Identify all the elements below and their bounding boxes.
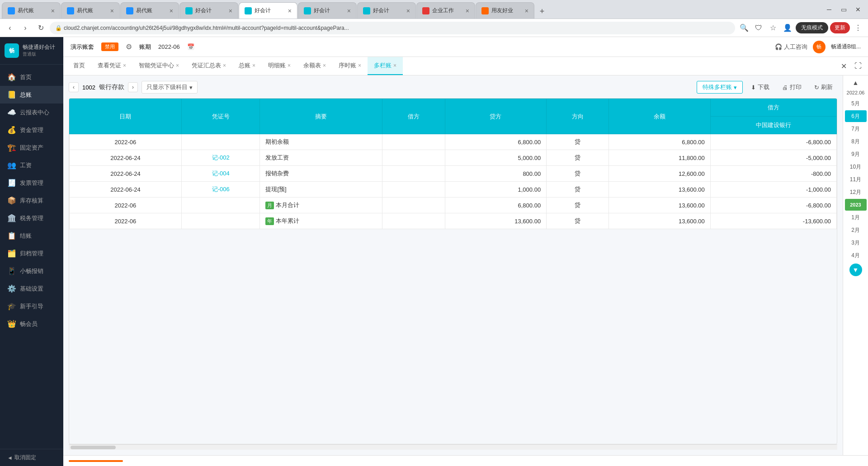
- sidebar-item-fixed-assets[interactable]: 🏗️ 固定资产: [0, 139, 63, 156]
- sidebar-item-closing[interactable]: 📋 结账: [0, 227, 63, 245]
- tab-smart-voucher-close[interactable]: ×: [176, 62, 179, 69]
- sidebar-item-payroll[interactable]: 👥 工资: [0, 156, 63, 174]
- sidebar-item-funds[interactable]: 💰 资金管理: [0, 121, 63, 139]
- profile-icon[interactable]: 👤: [781, 22, 794, 34]
- tab-close-2[interactable]: ×: [110, 7, 114, 14]
- refresh-button[interactable]: ↻ 刷新: [810, 81, 837, 93]
- tab-balance-sheet[interactable]: 余额表 ×: [297, 57, 332, 75]
- user-avatar[interactable]: 畅: [813, 41, 826, 53]
- tab-journal[interactable]: 序时账 ×: [332, 57, 368, 75]
- browser-tab-3[interactable]: 易代账 ×: [120, 2, 179, 19]
- tab-detailed-ledger-close[interactable]: ×: [288, 62, 291, 69]
- download-button[interactable]: ⬇ 下载: [746, 81, 774, 93]
- cal-month-jul[interactable]: 7月: [845, 123, 867, 135]
- tab-voucher-summary[interactable]: 凭证汇总表 ×: [185, 57, 232, 75]
- cal-month-mar[interactable]: 3月: [845, 237, 867, 249]
- browser-tab-7[interactable]: 好会计 ×: [357, 2, 416, 19]
- restore-button[interactable]: ▭: [837, 3, 850, 16]
- tab-close-6[interactable]: ×: [347, 7, 351, 14]
- cal-month-jan[interactable]: 1月: [845, 212, 867, 223]
- cell-voucher[interactable]: 记-004: [181, 166, 260, 182]
- minimize-button[interactable]: ─: [823, 3, 835, 16]
- tab-smart-voucher[interactable]: 智能凭证中心 ×: [132, 57, 185, 75]
- calendar-icon[interactable]: 📅: [187, 43, 194, 50]
- back-button[interactable]: ‹: [4, 22, 16, 34]
- scrollbar-thumb[interactable]: [71, 446, 116, 449]
- tab-general-ledger[interactable]: 总账 ×: [232, 57, 262, 75]
- sidebar-item-tax[interactable]: 🏛️ 税务管理: [0, 209, 63, 227]
- cal-month-dec[interactable]: 12月: [845, 186, 867, 198]
- settings-gear-icon[interactable]: ⚙: [126, 42, 132, 51]
- sidebar-item-member[interactable]: 👑 畅会员: [0, 315, 63, 333]
- tab-multi-column-close[interactable]: ×: [393, 62, 396, 69]
- forward-button[interactable]: ›: [19, 22, 32, 34]
- cal-month-aug[interactable]: 8月: [845, 136, 867, 147]
- tab-close-3[interactable]: ×: [170, 7, 173, 14]
- incognito-mode-button[interactable]: 无痕模式: [796, 22, 828, 33]
- browser-tab-1[interactable]: 易代账 ×: [2, 2, 61, 19]
- tab-close-1[interactable]: ×: [51, 7, 55, 14]
- new-tab-button[interactable]: +: [535, 4, 549, 19]
- browser-tab-5[interactable]: 好会计 ×: [239, 2, 297, 19]
- tab-detailed-ledger[interactable]: 明细账 ×: [262, 57, 297, 75]
- ai-consult-button[interactable]: 🎧 人工咨询: [775, 43, 807, 51]
- sidebar-item-inventory[interactable]: 📦 库存核算: [0, 192, 63, 209]
- filter-dropdown[interactable]: 只显示下级科目 ▾: [142, 81, 198, 94]
- search-browser-icon[interactable]: 🔍: [738, 22, 750, 34]
- cal-month-jun[interactable]: 6月: [845, 110, 867, 122]
- star-icon[interactable]: ☆: [767, 22, 779, 34]
- cal-month-sep[interactable]: 9月: [845, 148, 867, 160]
- sidebar-item-invoice[interactable]: 🧾 发票管理: [0, 174, 63, 192]
- calendar-scroll-up[interactable]: ▲: [849, 77, 863, 88]
- sidebar-item-ledger[interactable]: 📒 总账: [0, 86, 63, 104]
- browser-tab-8[interactable]: 企业工作 ×: [416, 2, 475, 19]
- tab-close-all-button[interactable]: ✕: [837, 60, 850, 72]
- tab-journal-close[interactable]: ×: [358, 62, 361, 69]
- tab-balance-sheet-close[interactable]: ×: [323, 62, 326, 69]
- update-button[interactable]: 更新: [830, 22, 850, 33]
- tab-close-5[interactable]: ×: [288, 7, 292, 14]
- home-icon: 🏠: [7, 73, 16, 81]
- browser-tab-4[interactable]: 好会计 ×: [179, 2, 238, 19]
- cell-voucher[interactable]: 记-002: [181, 150, 260, 166]
- tab-view-voucher[interactable]: 查看凭证 ×: [91, 57, 132, 75]
- sidebar-pin-toggle[interactable]: ◄ 取消固定: [0, 449, 63, 466]
- next-account-button[interactable]: ›: [128, 82, 138, 92]
- reload-button[interactable]: ↻: [34, 22, 47, 34]
- sidebar-item-expense[interactable]: 📱 小畅报销: [0, 262, 63, 280]
- calendar-scroll-down[interactable]: ▼: [849, 264, 862, 276]
- sidebar-item-archive[interactable]: 🗂️ 归档管理: [0, 245, 63, 262]
- browser-tab-2[interactable]: 易代账 ×: [61, 2, 120, 19]
- print-button[interactable]: 🖨 打印: [778, 81, 806, 93]
- sidebar-item-home[interactable]: 🏠 首页: [0, 68, 63, 86]
- cal-month-may[interactable]: 5月: [845, 98, 867, 109]
- cell-voucher[interactable]: 记-006: [181, 182, 260, 198]
- close-window-button[interactable]: ✕: [852, 3, 864, 16]
- browser-tab-6[interactable]: 好会计 ×: [298, 2, 357, 19]
- shield-icon[interactable]: 🛡: [752, 22, 765, 34]
- tab-close-7[interactable]: ×: [406, 7, 410, 14]
- tab-close-4[interactable]: ×: [229, 7, 232, 14]
- sidebar-item-guide[interactable]: 🎓 新手引导: [0, 297, 63, 315]
- sidebar-item-settings[interactable]: ⚙️ 基础设置: [0, 280, 63, 297]
- address-box[interactable]: 🔒 cloud2.chanjet.com/accounting/uh26t264…: [50, 22, 735, 34]
- tab-view-voucher-close[interactable]: ×: [123, 62, 126, 69]
- tab-close-8[interactable]: ×: [466, 7, 469, 14]
- prev-account-button[interactable]: ‹: [69, 82, 79, 92]
- tab-home[interactable]: 首页: [67, 57, 91, 75]
- tab-close-9[interactable]: ×: [525, 7, 528, 14]
- cal-month-feb[interactable]: 2月: [845, 224, 867, 236]
- special-multi-column-button[interactable]: 特殊多栏账 ▾: [697, 81, 743, 94]
- cal-month-oct[interactable]: 10月: [845, 161, 867, 173]
- tab-general-ledger-close[interactable]: ×: [252, 62, 255, 69]
- period-value[interactable]: 2022-06: [158, 43, 180, 50]
- cal-month-apr[interactable]: 4月: [845, 249, 867, 261]
- horizontal-scrollbar[interactable]: [69, 444, 837, 450]
- cal-month-nov[interactable]: 11月: [845, 174, 867, 185]
- tab-voucher-summary-close[interactable]: ×: [223, 62, 226, 69]
- tab-multi-column[interactable]: 多栏账 ×: [368, 57, 403, 75]
- tab-expand-button[interactable]: ⛶: [852, 60, 864, 72]
- browser-tab-9[interactable]: 用友好业 ×: [476, 2, 534, 19]
- menu-icon[interactable]: ⋮: [852, 22, 864, 34]
- sidebar-item-cloud-reports[interactable]: ☁️ 云报表中心: [0, 104, 63, 121]
